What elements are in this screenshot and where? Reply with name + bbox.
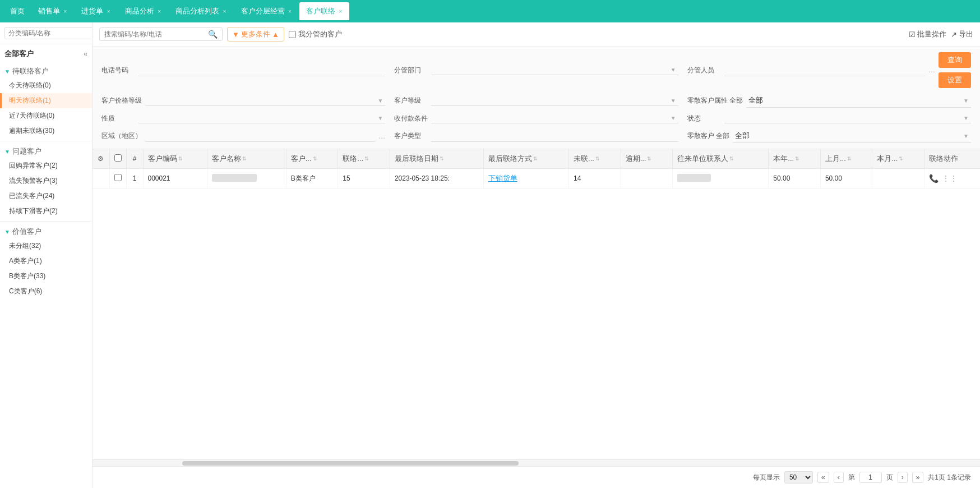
main-search-input[interactable] (104, 30, 206, 38)
sidebar-item-today[interactable]: 今天待联络(0) (0, 78, 92, 93)
chevron-down-icon-4: ▼ (963, 98, 969, 104)
filter-customer-type: 客户类型 (394, 129, 678, 143)
col-header-check[interactable] (109, 149, 126, 169)
col-header-this-year[interactable]: 本年... ⇅ (769, 149, 821, 169)
col-header-last-method[interactable]: 最后联络方式 ⇅ (483, 149, 568, 169)
nav-tab-purchase[interactable]: 进货单 × (75, 2, 117, 20)
sort-icon-overdue: ⇅ (647, 156, 651, 162)
filter-payment: 收付款条件 ▼ (394, 113, 678, 123)
prev-page-button[interactable]: ‹ (834, 472, 844, 483)
filter-region-input[interactable] (145, 130, 375, 142)
filter-person-input[interactable] (724, 65, 925, 76)
filter-retail-attr-select[interactable]: 全部 ▼ (746, 94, 971, 108)
sidebar-item-repurchase-abnormal[interactable]: 回购异常客户(2) (0, 158, 92, 173)
row-type: B类客户 (286, 169, 338, 188)
nav-home[interactable]: 首页 (4, 4, 30, 19)
filter-status-select[interactable]: ▼ (724, 113, 971, 123)
sort-icon-contact-person: ⇅ (729, 156, 734, 162)
sidebar-item-overdue[interactable]: 逾期未联络(30) (0, 123, 92, 139)
sort-icon-code: ⇅ (178, 156, 183, 162)
row-checkbox[interactable] (114, 174, 122, 181)
sidebar-group-pending: ▼ 待联络客户 (0, 63, 92, 78)
col-header-last-date[interactable]: 最后联络日期 ⇅ (390, 149, 483, 169)
sidebar-all-customers[interactable]: 全部客户 « (0, 44, 92, 63)
sidebar-item-tomorrow[interactable]: 明天待联络(1) (0, 93, 92, 108)
filter-person: 分管人员 … 查询 设置 (687, 52, 971, 88)
settings-button[interactable]: 设置 (939, 72, 971, 88)
sidebar-item-declining[interactable]: 持续下滑客户(2) (0, 204, 92, 219)
col-header-uncontacted[interactable]: 未联... ⇅ (569, 149, 621, 169)
sidebar-item-class-b[interactable]: B类客户(33) (0, 269, 92, 284)
filter-phone-input[interactable] (138, 65, 385, 76)
sidebar-item-class-a[interactable]: A类客户(1) (0, 254, 92, 269)
filter-customer-type-input[interactable] (431, 130, 678, 142)
row-check[interactable] (109, 169, 126, 188)
export-button[interactable]: ↗ 导出 (951, 29, 973, 39)
close-analysis-tab[interactable]: × (158, 8, 161, 15)
sort-icon-type: ⇅ (313, 156, 317, 162)
col-header-this-month[interactable]: 本月... ⇅ (872, 149, 924, 169)
sidebar-item-churned[interactable]: 已流失客户(24) (0, 188, 92, 204)
collapse-icon[interactable]: « (84, 50, 87, 58)
sidebar-item-ungraded[interactable]: 未分组(32) (0, 238, 92, 254)
nav-tab-analysis[interactable]: 商品分析 × (118, 2, 168, 20)
col-header-name[interactable]: 客户名称 ⇅ (207, 149, 286, 169)
sidebar-item-class-c[interactable]: C类客户(6) (0, 284, 92, 299)
chevron-down-icon-2: ▼ (377, 98, 383, 104)
col-header-contact-person[interactable]: 往来单位联系人 ⇅ (673, 149, 769, 169)
row-last-contact-date: 2023-05-23 18:25: (390, 169, 483, 188)
filter-dept-select[interactable]: ▼ (431, 65, 678, 75)
close-customer-tier-tab[interactable]: × (288, 8, 292, 15)
nav-tab-customer-tier[interactable]: 客户分层经营 × (234, 2, 298, 20)
col-header-type[interactable]: 客户... ⇅ (286, 149, 338, 169)
chevron-down-icon-6: ▼ (671, 115, 676, 121)
main-search-icon[interactable]: 🔍 (208, 30, 218, 39)
close-sales-tab[interactable]: × (63, 8, 67, 15)
sidebar-item-churn-warning[interactable]: 流失预警客户(3) (0, 173, 92, 188)
query-button[interactable]: 查询 (939, 52, 971, 68)
close-purchase-tab[interactable]: × (107, 8, 110, 15)
close-customer-contact-tab[interactable]: × (339, 8, 342, 15)
col-header-last-month[interactable]: 上月... ⇅ (820, 149, 872, 169)
table-row: 1 000021 B类客户 15 2023-05-23 18:25: 下销货单 … (93, 169, 980, 188)
filter-person-more[interactable]: … (928, 66, 935, 74)
page-number-input[interactable] (859, 472, 882, 483)
action-grid-icon[interactable]: ⋮⋮ (942, 174, 958, 183)
filter-retail-attr-label: 零散客户属性 全部 (687, 96, 743, 105)
scrollbar-thumb[interactable] (182, 461, 519, 466)
col-header-overdue[interactable]: 逾期... ⇅ (621, 149, 673, 169)
close-analysis-list-tab[interactable]: × (223, 8, 226, 15)
last-contact-link[interactable]: 下销货单 (488, 174, 517, 182)
sort-icon-this-month: ⇅ (899, 156, 903, 162)
filter-customer-level-select[interactable]: ▼ (431, 96, 678, 106)
next-page-button[interactable]: › (898, 472, 908, 483)
filter-region-more[interactable]: … (378, 132, 385, 140)
row-last-contact-method[interactable]: 下销货单 (483, 169, 568, 188)
more-filter-button[interactable]: ▼ 更多条件 ▲ (227, 27, 284, 42)
col-header-contact[interactable]: 联络... ⇅ (338, 149, 390, 169)
sidebar-divider-2 (0, 221, 92, 222)
sidebar-search-input[interactable] (4, 27, 93, 39)
col-header-settings[interactable]: ⚙ (93, 149, 109, 169)
filter-payment-select[interactable]: ▼ (431, 113, 678, 123)
nav-tab-sales[interactable]: 销售单 × (31, 2, 73, 20)
per-page-select[interactable]: 50 100 200 (784, 471, 813, 484)
horizontal-scrollbar[interactable] (93, 459, 980, 466)
batch-ops-button[interactable]: ☑ 批量操作 (909, 29, 946, 39)
sort-icon-last-date: ⇅ (440, 156, 444, 162)
my-customers-checkbox-label[interactable]: 我分管的客户 (289, 29, 342, 39)
col-header-code[interactable]: 客户编码 ⇅ (143, 149, 207, 169)
my-customers-checkbox[interactable] (289, 31, 296, 38)
filter-nature-select[interactable]: ▼ (138, 113, 385, 123)
row-action: 📞 ⋮⋮ (924, 169, 980, 188)
sort-icon-uncontacted: ⇅ (595, 156, 600, 162)
last-page-button[interactable]: » (912, 472, 924, 483)
filter-price-level-select[interactable]: ▼ (145, 96, 385, 106)
filter-retail-customer-select[interactable]: 全部 ▼ (733, 129, 971, 143)
nav-tab-analysis-list[interactable]: 商品分析列表 × (169, 2, 233, 20)
select-all-checkbox[interactable] (114, 154, 122, 162)
sidebar-item-7days[interactable]: 近7天待联络(0) (0, 108, 92, 123)
nav-tab-customer-contact[interactable]: 客户联络 × (299, 2, 349, 20)
first-page-button[interactable]: « (817, 472, 829, 483)
action-phone-icon[interactable]: 📞 (929, 174, 939, 183)
